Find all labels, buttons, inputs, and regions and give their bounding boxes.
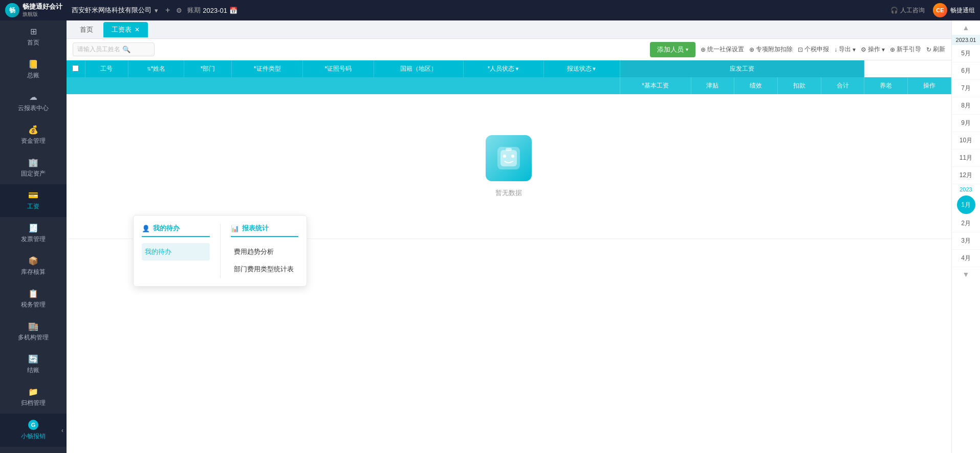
period-area: 账期 2023-01 📅 [187, 6, 237, 15]
date-nav-up[interactable]: ▲ [952, 20, 980, 35]
sidebar-item-label: 发票管理 [21, 235, 46, 244]
add-person-button[interactable]: 添加人员 ▾ [650, 42, 695, 57]
app-name: 畅捷通好会计 [23, 3, 62, 11]
invoice-icon: 🧾 [28, 223, 38, 233]
cert-type-header: *证件类型 [232, 60, 303, 77]
date-month-6[interactable]: 6月 [952, 62, 980, 80]
operation-dropdown: ▾ [882, 46, 885, 53]
date-month-10[interactable]: 10月 [952, 132, 980, 149]
operation-label: 操作 [868, 45, 880, 54]
expense-trend-label: 费用趋势分析 [234, 248, 274, 255]
date-month-5[interactable]: 5月 [952, 45, 980, 62]
logo-text-area: 畅捷通好会计 旗舰版 [23, 3, 62, 18]
date-month-12[interactable]: 12月 [952, 167, 980, 184]
personal-tax-action[interactable]: ⊡ 个税申报 [798, 45, 829, 54]
date-nav-down[interactable]: ▼ [952, 267, 980, 282]
date-month-2[interactable]: 2月 [952, 215, 980, 232]
sidebar-item-home[interactable]: ⊞ 首页 [0, 20, 67, 53]
date-year-label: 2023.01 [952, 35, 980, 45]
add-person-label: 添加人员 [657, 45, 684, 54]
sidebar-item-label: 工资 [27, 202, 39, 211]
tab-close-icon[interactable]: ✕ [135, 26, 140, 33]
popup-item-dept-expense[interactable]: 部门费用类型统计表 [231, 261, 299, 278]
tax-deduction-action[interactable]: ⊕ 专项附加扣除 [749, 45, 793, 54]
tax-deduction-icon: ⊕ [749, 46, 754, 53]
sidebar-item-capital[interactable]: 💰 资金管理 [0, 119, 67, 152]
service-label: 人工咨询 [900, 6, 925, 15]
name-sort-icon[interactable]: ⇅ [147, 66, 151, 72]
name-header: ⇅*姓名 [128, 60, 184, 77]
operation-header: 操作 [908, 77, 951, 94]
cert-no-header: *证照号码 [303, 60, 374, 77]
date-month-4[interactable]: 4月 [952, 250, 980, 267]
empty-sub [67, 77, 620, 94]
new-guide-action[interactable]: ⊕ 新手引导 [890, 45, 921, 54]
base-salary-header: *基本工资 [620, 77, 691, 94]
sidebar-item-label: 归档管理 [21, 399, 46, 407]
service-button[interactable]: 🎧 人工咨询 [890, 6, 925, 15]
person-status-filter-icon[interactable]: ▼ [514, 66, 519, 72]
operation-action[interactable]: ⚙ 操作 ▾ [861, 45, 885, 54]
sidebar-item-salary[interactable]: 💳 工资 [0, 184, 67, 217]
company-area[interactable]: 西安虾米网络科技有限公司 ▾ + ⚙ [72, 6, 182, 15]
refresh-action[interactable]: ↻ 刷新 [926, 45, 945, 54]
user-area[interactable]: CE 畅捷通组 [933, 3, 975, 17]
date-month-3[interactable]: 3月 [952, 232, 980, 250]
dept-header: *部门 [184, 60, 232, 77]
social-insurance-icon: ⊕ [701, 46, 706, 53]
svg-rect-4 [506, 148, 512, 151]
sidebar-item-inventory[interactable]: 📦 库存核算 [0, 250, 67, 283]
empty-icon [486, 135, 532, 181]
popup-columns: 👤 我的待办 我的待办 📊 报表统计 费用趋势分析 [142, 224, 298, 278]
sidebar-item-tax[interactable]: 📋 税务管理 [0, 283, 67, 315]
sidebar-item-cloud-report[interactable]: ☁ 云报表中心 [0, 86, 67, 119]
sidebar-item-ledger[interactable]: 📒 总账 [0, 53, 67, 86]
popup-item-my-todo[interactable]: 我的待办 [142, 243, 210, 261]
period-value[interactable]: 2023-01 [203, 7, 227, 14]
sidebar-item-checkout[interactable]: 🔄 结账 [0, 348, 67, 381]
person-status-header: *人员状态▼ [463, 60, 543, 77]
settings-icon[interactable]: ⚙ [176, 7, 182, 14]
date-month-11[interactable]: 11月 [952, 149, 980, 167]
social-insurance-action[interactable]: ⊕ 统一社保设置 [701, 45, 744, 54]
export-action[interactable]: ↓ 导出 ▾ [834, 45, 856, 54]
sidebar-item-xiaochang[interactable]: G 小畅报销 ‹ [0, 414, 67, 447]
sidebar-item-label: 库存核算 [21, 268, 46, 276]
date-month-8[interactable]: 8月 [952, 97, 980, 115]
calendar-icon[interactable]: 📅 [229, 7, 237, 14]
my-todo-label: 我的待办 [145, 248, 171, 255]
sidebar-item-basic-settings[interactable]: ⚙ 基础设置 [0, 447, 67, 453]
select-all-checkbox[interactable] [72, 65, 79, 72]
search-icon[interactable]: 🔍 [122, 46, 130, 53]
tab-bar: 首页 工资表 ✕ [67, 20, 951, 39]
popup-item-expense-trend[interactable]: 费用趋势分析 [231, 243, 299, 261]
dept-expense-label: 部门费用类型统计表 [234, 265, 294, 273]
sidebar-item-fixed-assets[interactable]: 🏢 固定资产 [0, 152, 67, 184]
logo-char: 畅 [9, 6, 15, 15]
date-year-section: 2023 [952, 184, 980, 195]
main-layout: ⊞ 首页 📒 总账 ☁ 云报表中心 💰 资金管理 🏢 固定资产 💳 工资 🧾 发… [0, 20, 980, 453]
sidebar-item-label: 云报表中心 [18, 104, 49, 113]
search-input-wrapper[interactable]: 请输入员工姓名 🔍 [73, 42, 155, 56]
date-month-9[interactable]: 9月 [952, 115, 980, 132]
sidebar-item-invoice[interactable]: 🧾 发票管理 [0, 217, 67, 250]
pension-header: 养老 [864, 77, 908, 94]
company-dropdown-icon[interactable]: ▾ [155, 7, 158, 14]
svg-rect-1 [500, 150, 517, 166]
sidebar-item-archive[interactable]: 📁 归档管理 [0, 381, 67, 414]
tab-home-label: 首页 [80, 26, 93, 33]
add-company-button[interactable]: + [165, 6, 170, 15]
checkbox-header[interactable] [67, 60, 85, 77]
sidebar-item-multi-org[interactable]: 🏬 多机构管理 [0, 315, 67, 348]
tab-home[interactable]: 首页 [72, 22, 101, 37]
deduction-header: 扣款 [777, 77, 821, 94]
tab-salary[interactable]: 工资表 ✕ [103, 22, 148, 37]
allowance-header: 津贴 [691, 77, 734, 94]
date-month-1[interactable]: 1月 [957, 196, 975, 214]
date-month-7[interactable]: 7月 [952, 80, 980, 97]
archive-icon: 📁 [28, 387, 38, 397]
top-header: 畅 畅捷通好会计 旗舰版 西安虾米网络科技有限公司 ▾ + ⚙ 账期 2023-… [0, 0, 980, 20]
report-status-filter-icon[interactable]: ▼ [592, 66, 597, 72]
emp-no-header: 工号 [85, 60, 128, 77]
cloud-icon: ☁ [29, 92, 37, 102]
